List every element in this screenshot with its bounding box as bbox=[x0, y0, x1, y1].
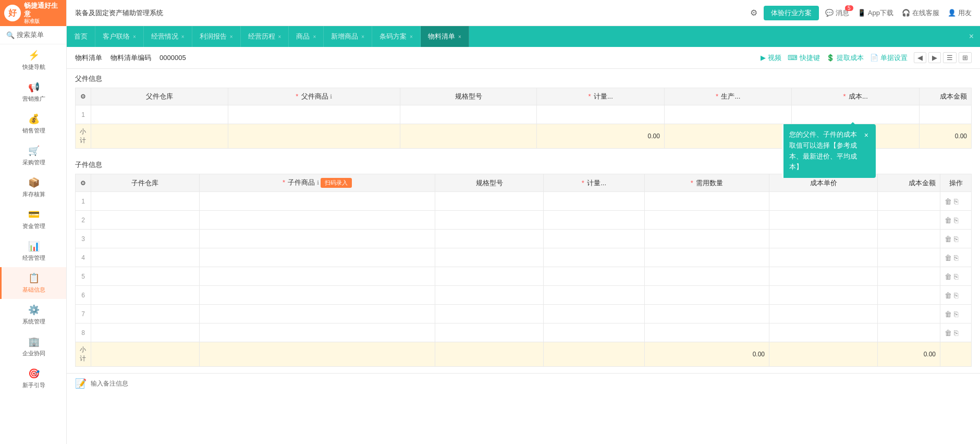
child-unit-7[interactable] bbox=[544, 305, 645, 323]
user-action[interactable]: 👤 用友 bbox=[948, 8, 972, 18]
delete-icon-5[interactable]: 🗑 bbox=[945, 272, 952, 281]
nav-close-all-button[interactable]: × bbox=[963, 32, 980, 41]
copy-icon-6[interactable]: ⎘ bbox=[954, 291, 958, 299]
settings-action[interactable]: 📄 单据设置 bbox=[870, 53, 908, 63]
tab-profit[interactable]: 利润报告 × bbox=[192, 26, 241, 47]
close-business-tab-icon[interactable]: × bbox=[181, 34, 185, 40]
child-quantity-3[interactable] bbox=[644, 230, 769, 248]
cost-action[interactable]: 💲 提取成本 bbox=[826, 53, 864, 63]
child-unit-6[interactable] bbox=[544, 286, 645, 305]
child-warehouse-7[interactable] bbox=[91, 305, 200, 323]
trial-button[interactable]: 体验行业方案 bbox=[764, 6, 819, 20]
copy-icon-5[interactable]: ⎘ bbox=[954, 272, 958, 281]
child-spec-2[interactable] bbox=[435, 211, 544, 230]
copy-icon-4[interactable]: ⎘ bbox=[954, 254, 958, 262]
child-product-6[interactable] bbox=[199, 286, 435, 305]
child-spec-1[interactable] bbox=[435, 192, 544, 211]
child-quantity-6[interactable] bbox=[644, 286, 769, 305]
tab-new-goods[interactable]: 新增商品 × bbox=[324, 26, 372, 47]
child-quantity-7[interactable] bbox=[644, 305, 769, 323]
tab-business[interactable]: 经营情况 × bbox=[144, 26, 192, 47]
child-warehouse-2[interactable] bbox=[91, 211, 200, 230]
child-unit-price-1[interactable] bbox=[769, 192, 878, 211]
child-th-settings[interactable]: ⚙ bbox=[76, 174, 91, 192]
child-unit-price-8[interactable] bbox=[769, 323, 878, 342]
parent-warehouse-1[interactable] bbox=[91, 105, 228, 124]
child-unit-2[interactable] bbox=[544, 211, 645, 230]
sub-tab-bom-code[interactable]: 物料清单编码 bbox=[111, 53, 151, 63]
child-spec-8[interactable] bbox=[435, 323, 544, 342]
parent-th-settings[interactable]: ⚙ bbox=[76, 88, 91, 105]
delete-icon-4[interactable]: 🗑 bbox=[945, 254, 952, 262]
child-product-3[interactable] bbox=[199, 230, 435, 248]
grid-button[interactable]: ⊞ bbox=[959, 52, 972, 63]
child-warehouse-5[interactable] bbox=[91, 267, 200, 286]
child-product-7[interactable] bbox=[199, 305, 435, 323]
child-product-5[interactable] bbox=[199, 267, 435, 286]
sidebar-item-basics[interactable]: 📋 基础信息 bbox=[0, 267, 66, 299]
parent-unit-1[interactable] bbox=[537, 105, 665, 124]
sidebar-item-finance[interactable]: 💳 资金管理 bbox=[0, 203, 66, 235]
sidebar-item-sales[interactable]: 💰 销售管理 bbox=[0, 108, 66, 140]
child-spec-5[interactable] bbox=[435, 267, 544, 286]
close-profit-tab-icon[interactable]: × bbox=[230, 34, 233, 40]
child-spec-4[interactable] bbox=[435, 248, 544, 267]
child-unit-1[interactable] bbox=[544, 192, 645, 211]
delete-icon-2[interactable]: 🗑 bbox=[945, 216, 952, 224]
copy-icon-1[interactable]: ⎘ bbox=[954, 197, 958, 206]
online-service-action[interactable]: 🎧 在线客服 bbox=[902, 8, 939, 18]
child-unit-5[interactable] bbox=[544, 267, 645, 286]
sidebar-item-purchase[interactable]: 🛒 采购管理 bbox=[0, 140, 66, 172]
settings-icon[interactable]: ⚙ bbox=[750, 8, 757, 18]
child-unit-price-7[interactable] bbox=[769, 305, 878, 323]
view-action[interactable]: ▶ 视频 bbox=[761, 53, 781, 63]
shortcut-action[interactable]: ⌨ 快捷键 bbox=[788, 53, 820, 63]
delete-icon-1[interactable]: 🗑 bbox=[945, 197, 952, 206]
note-placeholder[interactable]: 输入备注信息 bbox=[91, 379, 128, 388]
child-quantity-4[interactable] bbox=[644, 248, 769, 267]
sidebar-item-marketing[interactable]: 📢 营销推广 bbox=[0, 76, 66, 108]
child-quantity-8[interactable] bbox=[644, 323, 769, 342]
sidebar-item-ops[interactable]: 📊 经营管理 bbox=[0, 235, 66, 267]
sidebar-search[interactable]: 🔍 搜索菜单 bbox=[0, 26, 66, 44]
scan-button[interactable]: 扫码录入 bbox=[321, 178, 352, 188]
sub-tab-bom[interactable]: 物料清单 bbox=[75, 53, 102, 63]
child-spec-6[interactable] bbox=[435, 286, 544, 305]
child-unit-price-5[interactable] bbox=[769, 267, 878, 286]
close-goods-tab-icon[interactable]: × bbox=[313, 34, 316, 40]
child-product-8[interactable] bbox=[199, 323, 435, 342]
delete-icon-3[interactable]: 🗑 bbox=[945, 235, 952, 243]
expand-button[interactable]: ☰ bbox=[943, 52, 957, 63]
child-unit-3[interactable] bbox=[544, 230, 645, 248]
child-quantity-2[interactable] bbox=[644, 211, 769, 230]
child-unit-price-2[interactable] bbox=[769, 211, 878, 230]
child-spec-7[interactable] bbox=[435, 305, 544, 323]
child-quantity-5[interactable] bbox=[644, 267, 769, 286]
parent-cost-1[interactable] bbox=[792, 105, 920, 124]
tooltip-close-button[interactable]: × bbox=[864, 129, 868, 141]
child-warehouse-3[interactable] bbox=[91, 230, 200, 248]
child-warehouse-8[interactable] bbox=[91, 323, 200, 342]
close-bom-tab-icon[interactable]: × bbox=[458, 34, 461, 40]
next-button[interactable]: ▶ bbox=[928, 52, 941, 63]
child-unit-4[interactable] bbox=[544, 248, 645, 267]
sidebar-item-quick-nav[interactable]: ⚡ 快捷导航 bbox=[0, 44, 66, 76]
app-download-action[interactable]: 📱 App下载 bbox=[858, 8, 893, 18]
copy-icon-2[interactable]: ⎘ bbox=[954, 216, 958, 224]
tab-goods[interactable]: 商品 × bbox=[289, 26, 324, 47]
delete-icon-6[interactable]: 🗑 bbox=[945, 291, 952, 299]
close-customer-tab-icon[interactable]: × bbox=[133, 34, 136, 40]
parent-spec-1[interactable] bbox=[400, 105, 537, 124]
close-barcode-tab-icon[interactable]: × bbox=[410, 34, 413, 40]
delete-icon-7[interactable]: 🗑 bbox=[945, 310, 952, 318]
child-product-4[interactable] bbox=[199, 248, 435, 267]
child-warehouse-4[interactable] bbox=[91, 248, 200, 267]
child-unit-price-3[interactable] bbox=[769, 230, 878, 248]
child-warehouse-1[interactable] bbox=[91, 192, 200, 211]
child-spec-3[interactable] bbox=[435, 230, 544, 248]
sidebar-item-guide[interactable]: 🎯 新手引导 bbox=[0, 363, 66, 394]
tab-bom[interactable]: 物料清单 × bbox=[421, 26, 469, 47]
parent-produce-1[interactable] bbox=[664, 105, 792, 124]
copy-icon-3[interactable]: ⎘ bbox=[954, 235, 958, 243]
tab-barcode[interactable]: 条码方案 × bbox=[372, 26, 421, 47]
